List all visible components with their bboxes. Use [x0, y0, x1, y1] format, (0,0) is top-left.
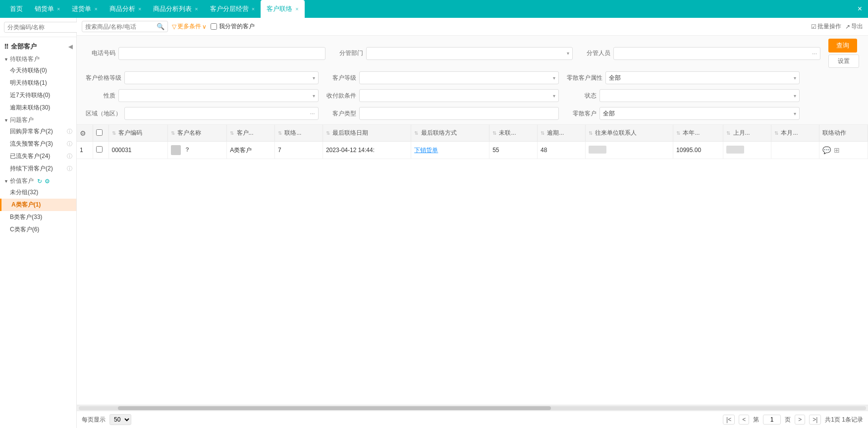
row-checkbox[interactable] [96, 146, 103, 153]
sidebar-item-repurchase-abnormal[interactable]: 回购异常客户(2) ⓘ [0, 125, 76, 138]
action-qr-icon[interactable]: ⊞ [834, 146, 840, 154]
sidebar-item-class-c[interactable]: C类客户(6) [0, 223, 76, 236]
value-group-refresh-icon[interactable]: ↻ [37, 178, 42, 185]
nav-product-analysis-list-close[interactable]: × [195, 6, 198, 12]
settings-btn[interactable]: 设置 [828, 54, 859, 68]
retail-customer-select[interactable]: 全部▾ [599, 107, 800, 120]
col-last-contact-method: ⇅ 最后联络方式 [411, 125, 489, 142]
value-group-settings-icon[interactable]: ⚙ [45, 178, 50, 185]
sidebar-item-ungrouped[interactable]: 未分组(32) [0, 186, 76, 199]
my-customer-checkbox-label[interactable]: 我分管的客户 [211, 22, 255, 31]
my-customer-checkbox[interactable] [211, 23, 217, 30]
sidebar-group-pending[interactable]: ▼ 待联络客户 [0, 53, 76, 64]
first-page-btn[interactable]: |< [723, 415, 735, 425]
filter-field-customer-type: 客户类型 [323, 106, 563, 121]
all-customers-header[interactable]: ⠿ 全部客户 ◀ [0, 40, 76, 53]
dept-select[interactable]: ▾ [366, 47, 573, 60]
nature-dropdown-icon: ▾ [313, 93, 315, 99]
nav-customer-contact-close[interactable]: × [295, 6, 298, 12]
sidebar-item-7days-pending[interactable]: 近7天待联络(0) [0, 89, 76, 102]
info-icon-churn-warning: ⓘ [67, 140, 72, 148]
customer-type-input[interactable] [359, 107, 559, 120]
col-overdue-days: ⇅ 逾期... [538, 125, 586, 142]
nav-customer-segmentation-close[interactable]: × [252, 6, 255, 12]
nav-product-analysis-list[interactable]: 商品分析列表 × [147, 0, 204, 18]
sidebar-search-input[interactable] [4, 22, 85, 33]
price-grade-select[interactable]: ▾ [124, 71, 319, 84]
retail-attr-select[interactable]: 全部▾ [605, 71, 800, 84]
payment-dropdown-icon: ▾ [553, 93, 555, 99]
prev-page-btn[interactable]: < [739, 415, 749, 425]
filter-search-input[interactable] [85, 23, 155, 30]
export-btn[interactable]: ↗ 导出 [845, 22, 863, 31]
payment-select[interactable]: ▾ [359, 89, 559, 102]
nav-customer-contact[interactable]: 客户联络 × [261, 0, 304, 18]
batch-op-icon: ☑ [811, 23, 816, 30]
sidebar-item-churn-warning[interactable]: 流失预警客户(3) ⓘ [0, 138, 76, 150]
sidebar-collapse-icon[interactable]: ◀ [68, 44, 72, 50]
col-customer-name: ⇅ 客户名称 [167, 125, 226, 142]
nav-product-analysis[interactable]: 商品分析 × [104, 0, 147, 18]
page-number-input[interactable] [763, 415, 781, 425]
row-customer-name: ？ [167, 142, 226, 159]
col-settings[interactable]: ⚙ [77, 125, 93, 142]
page-size-select[interactable]: 50 [109, 414, 131, 425]
filter-search-icon[interactable]: 🔍 [157, 23, 164, 30]
customer-grade-select[interactable]: ▾ [359, 71, 559, 84]
col-checkbox[interactable] [93, 125, 108, 142]
col-contact-count: ⇅ 联络... [275, 125, 323, 142]
sidebar-item-overdue-contact[interactable]: 逾期未联络(30) [0, 102, 76, 114]
region-input[interactable]: ··· [124, 107, 319, 120]
filter-bar: 🔍 ▽ 更多条件 ∨ 我分管的客户 ☑ 批量操作 ↗ 导出 [77, 18, 868, 36]
row-checkbox-cell[interactable] [93, 142, 108, 159]
retail-customer-dropdown-icon: ▾ [794, 111, 796, 116]
phone-input[interactable] [118, 47, 326, 60]
scrollbar-thumb[interactable] [118, 406, 551, 410]
nav-customer-segmentation[interactable]: 客户分层经营 × [204, 0, 261, 18]
top-nav: 首页 销货单 × 进货单 × 商品分析 × 商品分析列表 × 客户分层经营 × … [0, 0, 868, 18]
nature-select[interactable]: ▾ [118, 89, 319, 102]
retail-attr-label: 零散客户属性 [567, 74, 602, 82]
sidebar-item-declining[interactable]: 持续下滑客户(2) ⓘ [0, 162, 76, 175]
last-contact-method-link[interactable]: 下销货单 [414, 147, 438, 154]
sidebar-item-today-pending[interactable]: 今天待联络(0) [0, 64, 76, 77]
nav-purchase-close[interactable]: × [94, 6, 97, 12]
filter-field-nature: 性质 ▾ [82, 88, 323, 104]
status-select[interactable]: ▾ [599, 89, 800, 102]
last-page-btn[interactable]: >| [809, 415, 821, 425]
col-this-month: ⇅ 本月... [771, 125, 819, 142]
info-icon-declining: ⓘ [67, 165, 72, 172]
more-filter-chevron: ∨ [202, 23, 207, 30]
row-action-icons: 💬 ⊞ [819, 142, 868, 159]
person-input[interactable]: ··· [613, 47, 820, 60]
filter-field-retail-attr: 零散客户属性 全部▾ [563, 70, 804, 86]
sidebar-item-class-a[interactable]: A类客户(1) [0, 199, 76, 211]
nav-product-analysis-close[interactable]: × [138, 6, 141, 12]
batch-op-btn[interactable]: ☑ 批量操作 [811, 22, 841, 31]
dept-dropdown-icon: ▾ [567, 51, 569, 56]
customer-table: ⚙ ⇅ 客户编码 ⇅ 客户名称 [77, 125, 868, 159]
action-chat-icon[interactable]: 💬 [822, 146, 831, 154]
main-layout: 🔍 ⠿ 全部客户 ◀ ▼ 待联络客户 今天待联络(0) 明天待联络(1) 近7天… [0, 18, 868, 428]
nav-sales[interactable]: 销货单 × [29, 0, 66, 18]
nav-purchase[interactable]: 进货单 × [66, 0, 103, 18]
row-this-month-amount [771, 142, 819, 159]
col-contact-person: ⇅ 往来单位联系人 [585, 125, 673, 142]
sidebar-group-value[interactable]: ▼ 价值客户 ↻ ⚙ [0, 175, 76, 186]
price-grade-dropdown-icon: ▾ [313, 75, 315, 81]
col-settings-icon[interactable]: ⚙ [80, 129, 86, 137]
nav-sales-close[interactable]: × [57, 6, 60, 12]
row-last-month-amount [723, 142, 771, 159]
row-last-contact-date: 2023-04-12 14:44: [323, 142, 411, 159]
horizontal-scrollbar[interactable] [77, 405, 868, 411]
nav-home[interactable]: 首页 [4, 0, 29, 18]
query-btn[interactable]: 查询 [828, 39, 857, 53]
more-filter-btn[interactable]: ▽ 更多条件 ∨ [172, 22, 207, 31]
sidebar-item-tomorrow-pending[interactable]: 明天待联络(1) [0, 77, 76, 89]
sidebar-item-churned[interactable]: 已流失客户(24) ⓘ [0, 150, 76, 162]
sidebar-group-problem[interactable]: ▼ 问题客户 [0, 114, 76, 125]
window-close-btn[interactable]: × [852, 4, 868, 13]
select-all-checkbox[interactable] [96, 129, 103, 136]
next-page-btn[interactable]: > [795, 415, 805, 425]
sidebar-item-class-b[interactable]: B类客户(33) [0, 211, 76, 223]
